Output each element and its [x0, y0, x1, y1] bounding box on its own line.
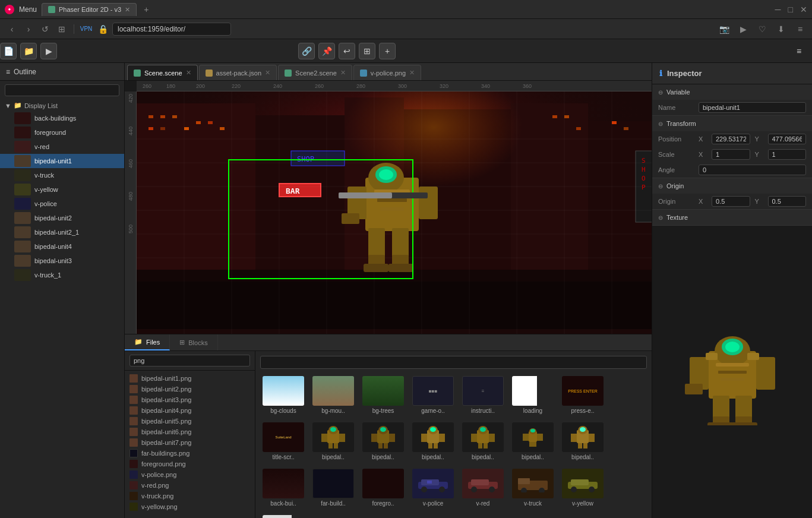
file-item-bipedal1[interactable]: bipedal-unit1.png	[125, 373, 255, 384]
scene-viewport[interactable]: SHOP BAR S H O P	[137, 91, 652, 334]
file-item-bipedal5[interactable]: bipedal-unit5.png	[125, 416, 255, 427]
block-bipedal-f[interactable]: bipedal..	[560, 420, 606, 463]
tree-item-foreground[interactable]: foreground	[0, 125, 124, 140]
block-bipedal-c[interactable]: bipedal..	[410, 420, 456, 463]
minimize-btn[interactable]: ─	[775, 5, 781, 14]
block-bipedal-a[interactable]: bipedal..	[310, 420, 356, 463]
tab-asset-pack[interactable]: asset-pack.json ✕	[199, 65, 277, 80]
blocks-tab[interactable]: ⊞ Blocks	[170, 334, 217, 350]
canvas-container[interactable]: 260 180 200 220 240 260 280 300 320 340 …	[125, 81, 652, 334]
tab-asset-close[interactable]: ✕	[265, 69, 270, 77]
position-x-input[interactable]	[712, 134, 750, 144]
menu-btn[interactable]: ≡	[793, 22, 807, 36]
tree-item-bipedal-unit2[interactable]: bipedal-unit2	[0, 211, 124, 225]
tabs-btn[interactable]: ⊞	[55, 22, 69, 36]
browser-tab-phaser[interactable]: Phaser Editor 2D - v3 ✕	[42, 3, 137, 16]
block-bipedal-b[interactable]: bipedal..	[360, 420, 406, 463]
block-game-over[interactable]: ■■■ game-o..	[410, 374, 456, 416]
block-back-buildings[interactable]: back-bui..	[260, 466, 307, 509]
maximize-btn[interactable]: □	[788, 5, 793, 14]
forward-btn[interactable]: ›	[21, 22, 36, 36]
run-btn[interactable]: ▶	[40, 43, 57, 59]
camera-btn[interactable]: 📷	[717, 22, 731, 36]
url-bar[interactable]	[112, 23, 231, 36]
texture-section-header[interactable]: ⊖ Texture	[652, 210, 812, 225]
files-search-input[interactable]	[129, 355, 250, 367]
file-item-foreground[interactable]: foreground.png	[125, 459, 255, 469]
reload-btn[interactable]: ↺	[38, 22, 52, 36]
tab-scene-close[interactable]: ✕	[186, 69, 191, 77]
tab-scene2[interactable]: Scene2.scene ✕	[278, 65, 352, 80]
file-item-vpolice[interactable]: v-police.png	[125, 469, 255, 480]
file-item-vyellow[interactable]: v-yellow.png	[125, 501, 255, 512]
block-bg-clouds[interactable]: bg-clouds	[260, 374, 307, 416]
tree-item-v-yellow[interactable]: v-yellow	[0, 182, 124, 197]
block-loading[interactable]: loading	[510, 374, 556, 416]
heart-btn[interactable]: ♡	[755, 22, 769, 36]
block-far-buildings[interactable]: far-build..	[310, 466, 356, 509]
scale-x-input[interactable]	[712, 149, 750, 160]
file-item-bipedal4[interactable]: bipedal-unit4.png	[125, 405, 255, 416]
select-tool-btn[interactable]: 🔗	[298, 43, 315, 59]
close-btn[interactable]: ✕	[800, 5, 807, 14]
vpn-btn[interactable]: VPN	[79, 22, 93, 36]
block-vpolice[interactable]: v-police	[410, 466, 456, 509]
tree-item-bipedal-unit1[interactable]: bipedal-unit1	[0, 154, 124, 168]
block-credits[interactable]: credits-..	[260, 513, 307, 518]
file-item-bipedal7[interactable]: bipedal-unit7.png	[125, 437, 255, 448]
block-press-enter[interactable]: PRESS ENTER press-e..	[560, 374, 606, 416]
file-item-far-buildings[interactable]: far-buildings.png	[125, 448, 255, 459]
tree-item-bipedal-unit4[interactable]: bipedal-unit4	[0, 239, 124, 254]
angle-input[interactable]	[699, 165, 806, 175]
tree-item-bipedal-unit2-1[interactable]: bipedal-unit2_1	[0, 225, 124, 239]
block-vyellow[interactable]: v-yellow	[560, 466, 606, 509]
block-title-screen[interactable]: SuiteLand title-scr..	[260, 420, 307, 463]
tree-item-bipedal-unit3[interactable]: bipedal-unit3	[0, 254, 124, 268]
block-instructions[interactable]: ≡ instructi..	[460, 374, 506, 416]
outline-search[interactable]	[5, 84, 119, 96]
block-bipedal-e[interactable]: bipedal..	[510, 420, 556, 463]
download-btn[interactable]: ⬇	[774, 22, 788, 36]
origin-x-input[interactable]	[712, 196, 750, 207]
tree-item-v-truck[interactable]: v-truck	[0, 168, 124, 182]
block-bg-trees[interactable]: bg-trees	[360, 374, 406, 416]
files-tab[interactable]: 📁 Files	[125, 334, 170, 350]
add-tool-btn[interactable]: +	[379, 43, 396, 59]
secure-btn[interactable]: 🔒	[96, 22, 110, 36]
variable-section-header[interactable]: ⊖ Variable	[652, 84, 812, 100]
new-file-btn[interactable]: 📄	[0, 43, 17, 59]
grid-tool-btn[interactable]: ⊞	[359, 43, 375, 59]
scale-y-input[interactable]	[768, 149, 807, 160]
name-input[interactable]	[699, 102, 806, 113]
add-tab-btn[interactable]: +	[144, 5, 149, 14]
settings-btn[interactable]: ≡	[791, 43, 807, 59]
position-y-input[interactable]	[768, 134, 807, 144]
tree-item-back-buildings[interactable]: back-buildings	[0, 111, 124, 125]
tab-vpolice[interactable]: v-police.png ✕	[353, 65, 421, 80]
blocks-search-input[interactable]	[260, 356, 647, 369]
play-btn[interactable]: ▶	[736, 22, 750, 36]
block-vtruck[interactable]: v-truck	[510, 466, 556, 509]
tree-item-v-red[interactable]: v-red	[0, 140, 124, 154]
file-item-vtruck[interactable]: v-truck.png	[125, 491, 255, 501]
tab-vpolice-close[interactable]: ✕	[409, 69, 415, 77]
file-item-vred[interactable]: v-red.png	[125, 480, 255, 491]
tab-scene[interactable]: Scene.scene ✕	[127, 65, 198, 80]
display-list-header[interactable]: ▼ 📁 Display List	[0, 100, 124, 111]
origin-section-header[interactable]: ⊖ Origin	[652, 178, 812, 194]
rotate-tool-btn[interactable]: ↩	[339, 43, 355, 59]
tab-close-btn[interactable]: ✕	[125, 6, 130, 14]
tree-item-v-police[interactable]: v-police	[0, 197, 124, 211]
transform-section-header[interactable]: ⊖ Transform	[652, 116, 812, 131]
tab-scene2-close[interactable]: ✕	[340, 69, 346, 77]
tree-item-v-truck-1[interactable]: v-truck_1	[0, 268, 124, 282]
block-vred[interactable]: v-red	[460, 466, 506, 509]
back-btn[interactable]: ‹	[5, 22, 19, 36]
block-bg-mountain[interactable]: bg-mou..	[310, 374, 356, 416]
open-file-btn[interactable]: 📁	[20, 43, 37, 59]
file-item-bipedal3[interactable]: bipedal-unit3.png	[125, 394, 255, 405]
block-foreground[interactable]: foregro..	[360, 466, 406, 509]
origin-y-input[interactable]	[768, 196, 807, 207]
file-item-bipedal2[interactable]: bipedal-unit2.png	[125, 384, 255, 394]
block-bipedal-d[interactable]: bipedal..	[460, 420, 506, 463]
